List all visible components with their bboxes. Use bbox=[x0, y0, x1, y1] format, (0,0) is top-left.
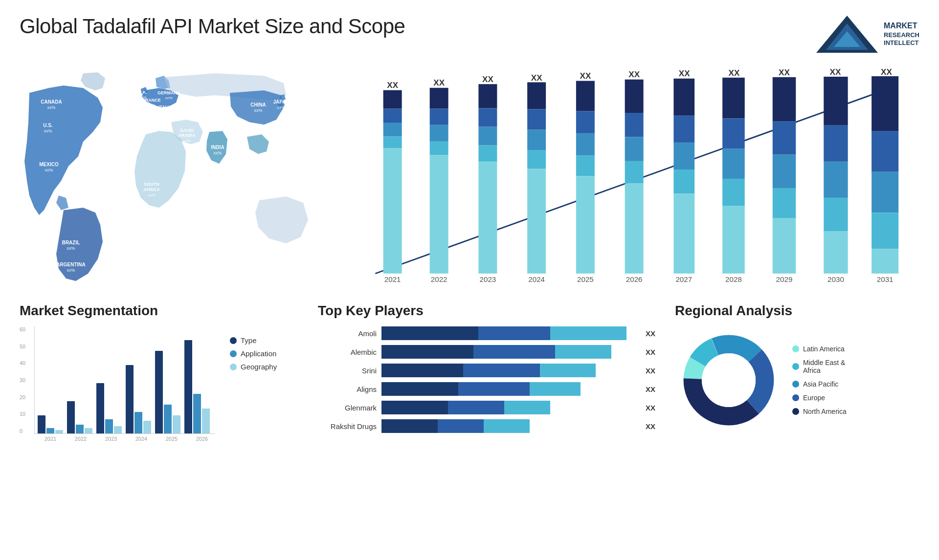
svg-rect-77 bbox=[625, 183, 644, 273]
svg-text:JAPAN: JAPAN bbox=[273, 99, 289, 105]
player-row-alembic: Alembic XX bbox=[318, 345, 660, 359]
world-map-svg: CANADA xx% U.S. xx% MEXICO xx% BRAZIL xx… bbox=[20, 64, 333, 288]
player-row-rakshit: Rakshit Drugs XX bbox=[318, 419, 660, 433]
seg-bar-geo-2022 bbox=[85, 428, 92, 433]
donut-chart bbox=[675, 326, 782, 434]
svg-text:xx%: xx% bbox=[165, 96, 172, 100]
player-bar-rakshit bbox=[381, 419, 637, 433]
map-section: CANADA xx% U.S. xx% MEXICO xx% BRAZIL xx… bbox=[20, 64, 333, 288]
seg-bar-group-2025 bbox=[155, 351, 180, 433]
seg-bar-group-2021 bbox=[38, 415, 63, 433]
svg-rect-110 bbox=[872, 172, 898, 213]
reg-legend-europe: Europe bbox=[792, 394, 847, 402]
svg-rect-87 bbox=[722, 78, 745, 119]
seg-legend: Type Application Geography bbox=[230, 326, 277, 371]
player-bar-alembic bbox=[381, 345, 637, 359]
svg-rect-104 bbox=[824, 198, 848, 231]
svg-rect-101 bbox=[824, 77, 848, 126]
svg-rect-84 bbox=[673, 194, 694, 273]
svg-text:xx%: xx% bbox=[67, 246, 75, 251]
reg-label-middle-east: Middle East &Africa bbox=[803, 359, 845, 374]
player-name-glenmark: Glenmark bbox=[318, 404, 377, 412]
player-value-aligns: XX bbox=[646, 385, 660, 393]
svg-text:SPAIN: SPAIN bbox=[140, 107, 154, 112]
regional-content: Latin America Middle East &Africa Asia P… bbox=[675, 326, 919, 434]
svg-text:xx%: xx% bbox=[254, 108, 262, 113]
svg-rect-74 bbox=[625, 113, 644, 137]
svg-text:FRANCE: FRANCE bbox=[142, 98, 161, 103]
legend-item-geography: Geography bbox=[230, 363, 277, 371]
player-row-srini: Srini XX bbox=[318, 364, 660, 377]
svg-rect-53 bbox=[478, 108, 497, 127]
seg-bar-app-2025 bbox=[164, 405, 172, 433]
reg-label-north-america: North America bbox=[803, 408, 847, 415]
svg-text:MEXICO: MEXICO bbox=[39, 162, 59, 167]
svg-text:xx%: xx% bbox=[148, 193, 155, 197]
svg-rect-111 bbox=[872, 213, 898, 249]
player-bar-aligns bbox=[381, 382, 637, 396]
svg-text:XX: XX bbox=[531, 73, 542, 83]
player-name-aligns: Aligns bbox=[318, 385, 377, 393]
seg-bar-app-2021 bbox=[46, 428, 54, 433]
svg-text:2027: 2027 bbox=[675, 275, 692, 283]
header: Global Tadalafil API Market Size and Sco… bbox=[20, 15, 919, 54]
svg-text:2026: 2026 bbox=[626, 275, 643, 283]
reg-legend-latin-america: Latin America bbox=[792, 345, 847, 353]
player-value-srini: XX bbox=[646, 366, 660, 375]
svg-rect-112 bbox=[872, 249, 898, 273]
svg-text:XX: XX bbox=[433, 78, 445, 87]
player-row-aligns: Aligns XX bbox=[318, 382, 660, 396]
logo-text: MARKET RESEARCH INTELLECT bbox=[884, 21, 919, 48]
svg-rect-91 bbox=[722, 206, 745, 274]
reg-label-asia-pacific: Asia Pacific bbox=[803, 380, 838, 388]
svg-text:XX: XX bbox=[728, 68, 739, 78]
seg-bar-app-2024 bbox=[134, 412, 142, 433]
logo-area: MARKET RESEARCH INTELLECT bbox=[815, 15, 919, 54]
svg-rect-76 bbox=[625, 161, 644, 184]
svg-text:GERMANY: GERMANY bbox=[157, 90, 180, 95]
svg-rect-70 bbox=[576, 176, 595, 274]
svg-rect-42 bbox=[383, 148, 402, 274]
seg-bar-type-2021 bbox=[38, 415, 45, 433]
svg-rect-61 bbox=[527, 129, 546, 150]
reg-label-latin-america: Latin America bbox=[803, 345, 845, 353]
svg-text:xx%: xx% bbox=[277, 105, 285, 110]
player-value-amoli: XX bbox=[646, 329, 660, 338]
svg-rect-46 bbox=[430, 109, 448, 125]
svg-text:2021: 2021 bbox=[384, 275, 401, 283]
svg-rect-81 bbox=[673, 116, 694, 143]
svg-point-119 bbox=[702, 353, 756, 407]
svg-text:XX: XX bbox=[881, 68, 892, 77]
player-row-amoli: Amoli XX bbox=[318, 326, 660, 340]
svg-rect-52 bbox=[478, 84, 497, 108]
svg-rect-108 bbox=[872, 76, 898, 131]
svg-rect-38 bbox=[383, 90, 402, 109]
svg-text:XX: XX bbox=[580, 71, 591, 81]
seg-bar-type-2022 bbox=[67, 401, 75, 433]
player-value-glenmark: XX bbox=[646, 404, 660, 412]
svg-text:XX: XX bbox=[779, 68, 790, 77]
svg-rect-49 bbox=[430, 155, 448, 274]
seg-bar-type-2024 bbox=[126, 365, 134, 433]
player-bar-glenmark bbox=[381, 401, 637, 414]
svg-rect-103 bbox=[824, 162, 848, 198]
svg-rect-83 bbox=[673, 170, 694, 194]
bar-chart-svg: XX 2021 XX 2022 bbox=[352, 68, 910, 288]
regional-section: Regional Analysis bbox=[675, 303, 919, 560]
reg-dot-north-america bbox=[792, 408, 799, 415]
svg-text:2022: 2022 bbox=[431, 275, 447, 283]
svg-text:xx%: xx% bbox=[44, 129, 52, 133]
seg-chart: 60 50 40 30 20 10 0 bbox=[20, 326, 303, 442]
svg-text:U.K.: U.K. bbox=[138, 90, 147, 95]
svg-rect-55 bbox=[478, 146, 497, 162]
svg-rect-105 bbox=[824, 231, 848, 273]
svg-rect-68 bbox=[576, 133, 595, 156]
svg-text:ITALY: ITALY bbox=[158, 105, 171, 109]
svg-rect-89 bbox=[722, 149, 745, 179]
svg-text:xx%: xx% bbox=[213, 151, 222, 155]
map-wrapper: CANADA xx% U.S. xx% MEXICO xx% BRAZIL xx… bbox=[20, 64, 333, 288]
seg-bar-geo-2023 bbox=[114, 426, 122, 433]
svg-text:XX: XX bbox=[628, 70, 640, 79]
svg-rect-48 bbox=[430, 141, 448, 155]
seg-bar-type-2025 bbox=[155, 351, 163, 433]
